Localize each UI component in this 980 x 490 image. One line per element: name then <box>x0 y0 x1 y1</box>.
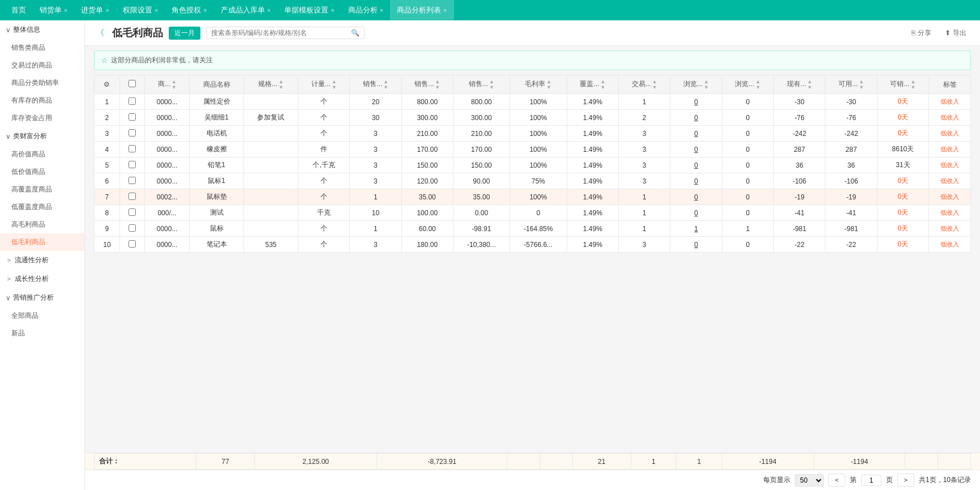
sidebar-item-新品[interactable]: 新品 <box>0 325 84 342</box>
col-header-unit[interactable]: 计量...▲▼ <box>298 75 349 94</box>
views-link[interactable]: 0 <box>694 241 698 249</box>
nav-close-icon[interactable]: × <box>105 7 109 14</box>
sort-icon-current[interactable]: ▲▼ <box>807 79 812 90</box>
page-size-select[interactable]: 50 100 200 <box>795 474 824 487</box>
sidebar-item-低覆盖度商品[interactable]: 低覆盖度商品 <box>0 198 84 216</box>
row-checkbox-input[interactable] <box>129 240 136 248</box>
views-link[interactable]: 0 <box>694 130 698 138</box>
search-icon[interactable]: 🔍 <box>351 29 360 37</box>
settings-icon[interactable]: ⚙ <box>104 80 110 88</box>
views-link[interactable]: 0 <box>694 98 698 106</box>
sort-icon-sales_price[interactable]: ▲▼ <box>435 79 440 90</box>
col-header-coverage[interactable]: 覆盖...▲▼ <box>567 75 618 94</box>
row-views1[interactable]: 0 <box>670 110 722 126</box>
col-header-code[interactable]: 商...▲▼ <box>145 75 190 94</box>
select-all-checkbox[interactable] <box>129 80 136 87</box>
sidebar-item-全部商品[interactable]: 全部商品 <box>0 307 84 325</box>
sidebar-item-销售类商品[interactable]: 销售类商品 <box>0 39 84 57</box>
sort-icon-code[interactable]: ▲▼ <box>172 79 177 90</box>
views-link[interactable]: 0 <box>694 114 698 122</box>
export-button[interactable]: ⬆ 导出 <box>940 27 971 40</box>
nav-item-首页[interactable]: 首页 <box>5 0 33 20</box>
row-views1[interactable]: 0 <box>670 94 722 110</box>
row-checkbox-input[interactable] <box>129 145 136 152</box>
sort-icon-sellable[interactable]: ▲▼ <box>910 79 915 90</box>
views-link[interactable]: 0 <box>694 161 698 169</box>
sort-icon-sales_qty[interactable]: ▲▼ <box>383 79 388 90</box>
sort-icon-views2[interactable]: ▲▼ <box>755 79 760 90</box>
col-header-sales_price[interactable]: 销售...▲▼ <box>401 75 453 94</box>
period-button[interactable]: 近一月 <box>169 27 200 40</box>
nav-close-icon[interactable]: × <box>64 7 67 14</box>
nav-item-产成品入库单[interactable]: 产成品入库单 × <box>214 0 277 20</box>
nav-item-权限设置[interactable]: 权限设置 × <box>116 0 165 20</box>
sort-icon-sales_amount[interactable]: ▲▼ <box>489 79 494 90</box>
nav-close-icon[interactable]: × <box>267 7 271 14</box>
sort-icon-gross_margin[interactable]: ▲▼ <box>546 79 551 90</box>
sidebar-item-低毛利商品[interactable]: 低毛利商品 <box>0 233 84 251</box>
sort-icon-spec[interactable]: ▲▼ <box>279 79 284 90</box>
nav-item-进货单[interactable]: 进货单 × <box>74 0 115 20</box>
col-header-views1[interactable]: 浏览...▲▼ <box>670 75 722 94</box>
sidebar-collapse-btn[interactable]: 《 <box>94 27 106 39</box>
row-checkbox[interactable] <box>119 110 144 126</box>
views-link[interactable]: 0 <box>694 193 698 201</box>
row-checkbox-input[interactable] <box>129 161 136 168</box>
row-views1[interactable]: 0 <box>670 126 722 142</box>
sidebar-group-成长性分析[interactable]: ＞成长性分析 <box>0 270 84 288</box>
row-views1[interactable]: 0 <box>670 142 722 157</box>
row-checkbox[interactable] <box>119 189 144 205</box>
row-checkbox-input[interactable] <box>129 193 136 200</box>
sort-icon-available[interactable]: ▲▼ <box>859 79 864 90</box>
nav-item-销货单[interactable]: 销货单 × <box>33 0 74 20</box>
sidebar-item-库存资金占用[interactable]: 库存资金占用 <box>0 109 84 127</box>
row-checkbox[interactable] <box>119 237 144 253</box>
sidebar-group-整体信息[interactable]: ∨整体信息 <box>0 20 84 39</box>
row-checkbox-input[interactable] <box>129 177 136 184</box>
row-views1[interactable]: 0 <box>670 157 722 173</box>
sidebar-item-高覆盖度商品[interactable]: 高覆盖度商品 <box>0 181 84 198</box>
sidebar-group-营销推广分析[interactable]: ∨营销推广分析 <box>0 288 84 307</box>
next-page-button[interactable]: ＞ <box>897 474 914 487</box>
nav-item-单据模板设置[interactable]: 单据模板设置 × <box>277 0 341 20</box>
sort-icon-views1[interactable]: ▲▼ <box>704 79 709 90</box>
col-header-sales_qty[interactable]: 销售...▲▼ <box>350 75 401 94</box>
prev-page-button[interactable]: ＜ <box>828 474 845 487</box>
col-header-sales_amount[interactable]: 销售...▲▼ <box>453 75 510 94</box>
views-link[interactable]: 0 <box>694 146 698 154</box>
col-header-spec[interactable]: 规格...▲▼ <box>244 75 298 94</box>
nav-close-icon[interactable]: × <box>380 7 383 14</box>
row-views1[interactable]: 0 <box>670 237 722 253</box>
row-checkbox[interactable] <box>119 205 144 221</box>
nav-close-icon[interactable]: × <box>331 7 334 14</box>
row-views1[interactable]: 1 <box>670 221 722 237</box>
col-header-sellable[interactable]: 可销...▲▼ <box>877 75 928 94</box>
col-header-settings[interactable]: ⚙ <box>95 75 120 94</box>
row-checkbox[interactable] <box>119 173 144 189</box>
col-header-available[interactable]: 可用...▲▼ <box>825 75 877 94</box>
views-link[interactable]: 0 <box>694 209 698 217</box>
nav-close-icon[interactable]: × <box>443 7 447 14</box>
sidebar-group-类财富分析[interactable]: ∨类财富分析 <box>0 127 84 146</box>
row-checkbox-input[interactable] <box>129 129 136 137</box>
nav-item-商品分析[interactable]: 商品分析 × <box>341 0 390 20</box>
row-checkbox[interactable] <box>119 157 144 173</box>
row-checkbox[interactable] <box>119 126 144 142</box>
nav-close-icon[interactable]: × <box>203 7 207 14</box>
col-header-trade[interactable]: 交易...▲▼ <box>619 75 670 94</box>
sort-icon-coverage[interactable]: ▲▼ <box>600 79 605 90</box>
nav-item-角色授权[interactable]: 角色授权 × <box>165 0 213 20</box>
sidebar-item-商品分类助销率[interactable]: 商品分类助销率 <box>0 74 84 92</box>
share-button[interactable]: ⎘ 分享 <box>907 27 936 40</box>
sort-icon-unit[interactable]: ▲▼ <box>332 79 337 90</box>
sort-icon-trade[interactable]: ▲▼ <box>652 79 657 90</box>
row-checkbox-input[interactable] <box>129 113 136 121</box>
sidebar-item-有库存的商品[interactable]: 有库存的商品 <box>0 92 84 109</box>
row-views1[interactable]: 0 <box>670 173 722 189</box>
col-header-current[interactable]: 现有...▲▼ <box>774 75 825 94</box>
page-input[interactable] <box>861 475 881 486</box>
col-header-checkbox[interactable] <box>119 75 144 94</box>
search-input[interactable] <box>211 29 349 37</box>
row-checkbox[interactable] <box>119 142 144 157</box>
sidebar-group-流通性分析[interactable]: ＞流通性分析 <box>0 251 84 270</box>
